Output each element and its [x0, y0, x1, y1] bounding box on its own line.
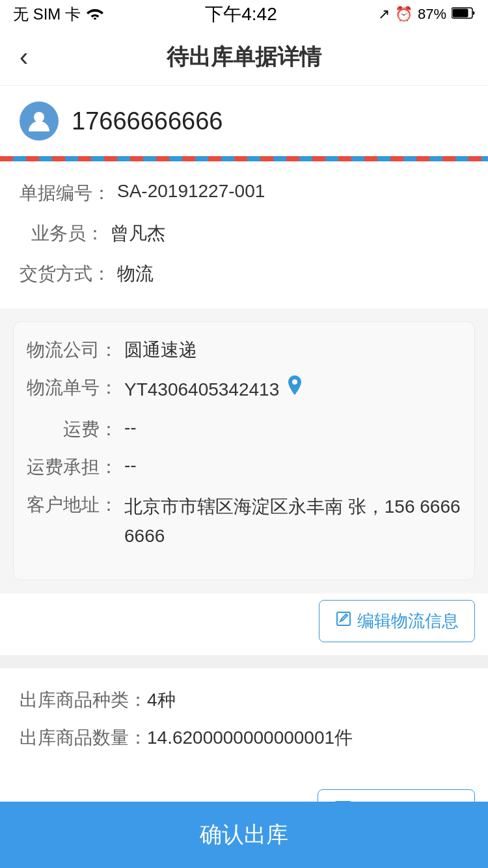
dashed-divider — [0, 156, 488, 161]
logistics-company-label: 物流公司： — [27, 338, 124, 362]
edit-logistics-icon — [335, 610, 352, 632]
page-title: 待出库单据详情 — [167, 42, 321, 72]
document-number-label: 单据编号： — [20, 181, 117, 206]
edit-button-container: 编辑物流信息 — [0, 593, 488, 655]
section-divider — [0, 655, 488, 668]
carrier-text: 无 SIM 卡 — [13, 4, 81, 25]
delivery-method-row: 交货方式： 物流 — [20, 262, 468, 286]
nav-bar: ‹ 待出库单据详情 — [0, 29, 488, 86]
goods-type-row: 出库商品种类： 4种 — [20, 688, 468, 712]
status-left: 无 SIM 卡 — [13, 4, 104, 25]
tracking-number-row: 物流单号： YT43064053424​13 — [27, 375, 461, 404]
goods-quantity-row: 出库商品数量： 14.620000000000000​1件 — [20, 726, 468, 750]
alarm-icon: ⏰ — [395, 6, 413, 23]
tracking-number-value: YT43064053424​13 — [124, 375, 461, 404]
goods-quantity-label: 出库商品数量： — [20, 726, 147, 750]
freight-bearer-row: 运费承担： -- — [27, 455, 461, 480]
sales-person-label: 业务员： — [20, 221, 111, 246]
svg-point-2 — [34, 112, 44, 122]
freight-bearer-value: -- — [124, 455, 461, 476]
freight-bearer-label: 运费承担： — [27, 455, 124, 480]
document-number-row: 单据编号： SA-20191227-001 — [20, 181, 468, 206]
phone-number: 17666666666 — [72, 107, 223, 135]
confirm-outbound-button[interactable]: 确认出库 — [0, 820, 488, 850]
tracking-location-icon[interactable] — [286, 375, 304, 404]
phone-header: 17666666666 — [0, 86, 488, 156]
customer-address-label: 客户地址： — [27, 493, 124, 517]
basic-info-section: 单据编号： SA-20191227-001 业务员： 曾凡杰 交货方式： 物流 — [0, 161, 488, 308]
status-time: 下午4:42 — [205, 2, 277, 27]
location-status-icon: ↗ — [378, 6, 390, 23]
edit-logistics-label: 编辑物流信息 — [357, 610, 459, 632]
freight-value: -- — [124, 417, 461, 438]
edit-logistics-button[interactable]: 编辑物流信息 — [319, 600, 475, 642]
logistics-card: 物流公司： 圆通速递 物流单号： YT43064053424​13 运费： -- — [13, 321, 475, 580]
goods-section: 出库商品种类： 4种 出库商品数量： 14.620000000000000​1件 — [0, 668, 488, 783]
goods-type-label: 出库商品种类： — [20, 688, 147, 712]
customer-address-row: 客户地址： 北京市市辖区海淀区永丰南 张，156 6666 6666 — [27, 493, 461, 551]
delivery-method-value: 物流 — [117, 262, 468, 286]
sales-person-row: 业务员： 曾凡杰 — [20, 221, 468, 246]
goods-type-value: 4种 — [147, 688, 176, 712]
customer-address-value: 北京市市辖区海淀区永丰南 张，156 6666 6666 — [124, 493, 461, 551]
logistics-company-row: 物流公司： 圆通速递 — [27, 338, 461, 362]
battery-icon — [452, 6, 475, 23]
tracking-number-label: 物流单号： — [27, 375, 124, 400]
document-number-value: SA-20191227-001 — [117, 181, 468, 202]
confirm-button-container: 确认出库 — [0, 802, 488, 868]
battery-text: 87% — [418, 6, 446, 23]
delivery-method-label: 交货方式： — [20, 262, 117, 286]
status-right: ↗ ⏰ 87% — [378, 6, 475, 23]
avatar — [20, 102, 59, 141]
freight-label: 运费： — [27, 417, 124, 442]
logistics-company-value: 圆通速递 — [124, 338, 461, 362]
goods-quantity-value: 14.620000000000000​1件 — [147, 726, 353, 750]
status-bar: 无 SIM 卡 下午4:42 ↗ ⏰ 87% — [0, 0, 488, 29]
svg-rect-1 — [453, 9, 468, 18]
back-button[interactable]: ‹ — [20, 42, 28, 72]
freight-row: 运费： -- — [27, 417, 461, 442]
wifi-icon — [86, 5, 104, 23]
sales-person-value: 曾凡杰 — [111, 221, 468, 246]
